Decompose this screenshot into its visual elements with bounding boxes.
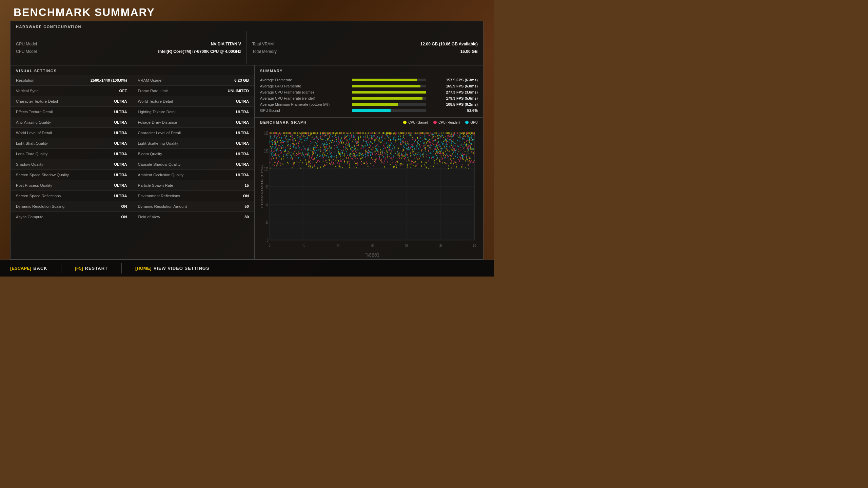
graph-legend: CPU (Game) CPU (Render) GPU [403,121,478,124]
svg-point-1500 [330,148,331,149]
svg-point-1771 [434,140,435,141]
summary-row: Average CPU Framerate (render) 179.3 FPS… [260,96,478,100]
legend-dot [465,121,469,124]
svg-point-502 [272,140,273,141]
svg-point-880 [429,135,430,136]
mem-label: Total Memory [252,49,277,54]
svg-point-1628 [442,143,443,144]
svg-point-1426 [359,133,360,134]
setting-label: Ambient Occlusion Quality [138,173,184,177]
svg-point-1514 [468,144,468,145]
svg-point-803 [441,135,441,137]
svg-point-1790 [269,141,270,143]
svg-point-169 [280,140,281,141]
svg-point-1058 [292,159,293,160]
svg-point-1793 [382,150,383,151]
svg-point-1674 [450,154,450,156]
svg-point-1293 [275,155,276,156]
svg-point-1597 [449,146,450,147]
list-item: Frame Rate Limit UNLIMITED [133,86,255,96]
svg-point-1006 [437,142,438,144]
nav-item-2[interactable]: [HOME] VIEW VIDEO SETTINGS [135,266,210,271]
svg-point-255 [435,132,436,134]
gpu-row: GPU Model NVIDIA TITAN V [16,42,241,46]
svg-point-773 [456,166,457,167]
svg-point-130 [374,151,375,152]
svg-point-1395 [356,143,357,144]
svg-point-1402 [323,149,323,151]
svg-point-1263 [296,155,297,156]
list-item: Light Scattering Quality ULTRA [133,138,255,149]
svg-point-1750 [320,151,320,152]
svg-point-1534 [327,142,327,143]
svg-point-1807 [472,135,472,136]
nav-item-0[interactable]: [ESCAPE] BACK [10,266,47,271]
svg-point-545 [277,141,278,143]
svg-point-1188 [446,141,446,142]
svg-point-1649 [362,146,363,147]
setting-value: ON [243,194,249,198]
svg-point-490 [379,154,380,156]
svg-point-1711 [338,152,339,153]
svg-point-1352 [310,141,311,142]
svg-point-1331 [368,146,369,148]
svg-point-1624 [303,154,304,156]
svg-point-1612 [353,137,354,138]
svg-point-398 [405,142,406,143]
svg-point-1325 [403,140,404,142]
svg-point-1035 [469,161,469,162]
svg-point-1151 [368,155,369,156]
main-panel: HARDWARE CONFIGURATION GPU Model NVIDIA … [10,21,484,260]
svg-point-1923 [416,147,416,148]
setting-label: Capsule Shadow Quality [138,162,181,166]
svg-point-1201 [418,159,419,160]
svg-point-1234 [449,142,449,143]
svg-point-908 [348,142,349,143]
svg-point-1368 [351,137,352,138]
svg-point-1909 [408,149,409,150]
svg-point-611 [313,132,314,134]
setting-label: World Level of Detail [16,131,52,135]
setting-value: ULTRA [114,120,127,124]
svg-point-648 [295,132,296,134]
svg-point-1054 [361,161,361,162]
svg-point-1139 [340,160,341,162]
svg-point-1258 [310,163,311,164]
svg-point-1638 [340,139,341,140]
svg-point-722 [391,133,392,134]
svg-point-1593 [372,136,372,137]
svg-point-1535 [452,154,452,155]
svg-point-1661 [442,135,443,136]
svg-point-263 [355,148,356,149]
svg-point-1552 [437,145,438,147]
svg-point-283 [374,147,374,149]
svg-point-1245 [317,138,318,139]
svg-point-1775 [471,143,472,144]
svg-point-877 [357,145,358,146]
svg-point-1763 [307,149,308,150]
svg-point-1226 [334,148,335,149]
svg-point-1758 [395,137,395,139]
svg-point-1679 [331,155,332,156]
svg-point-1487 [427,154,427,155]
svg-point-531 [343,132,344,134]
svg-point-278 [412,149,413,150]
svg-point-1297 [348,157,349,159]
svg-text:0: 0 [269,243,270,248]
svg-point-1564 [363,140,364,141]
svg-point-1277 [392,162,393,163]
svg-point-1491 [284,149,284,151]
svg-point-1616 [414,137,414,139]
svg-point-493 [353,132,354,134]
svg-point-1399 [389,150,390,151]
nav-item-1[interactable]: [F5] RESTART [75,266,108,271]
svg-point-840 [325,146,326,148]
svg-point-1672 [358,137,359,138]
svg-point-1575 [302,152,303,153]
svg-point-990 [336,145,337,146]
svg-point-913 [449,151,449,152]
summary-row: Average CPU Framerate (game) 277.3 FPS (… [260,90,478,94]
svg-point-1899 [304,140,305,141]
svg-point-359 [443,132,443,134]
svg-point-819 [444,162,445,163]
